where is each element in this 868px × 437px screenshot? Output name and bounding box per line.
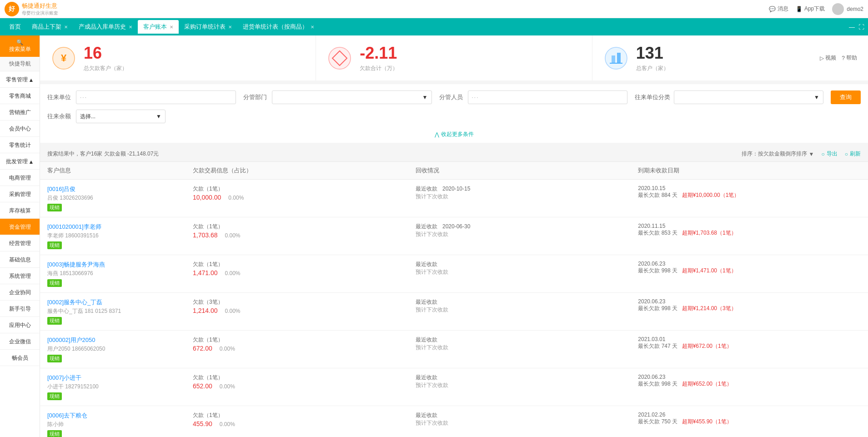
debt-count-1: 欠款（1笔）: [193, 223, 416, 231]
stat-value-total-debt: -2.11: [360, 44, 398, 63]
data-table: 客户信息 欠款交易信息（占比） 回收情况 到期未收款日期 [0016]吕俊 吕俊…: [40, 162, 868, 437]
sidebar-item-app-center-label: 应用中心: [9, 322, 31, 328]
query-button[interactable]: 查询: [831, 90, 861, 104]
minimize-button[interactable]: —: [849, 24, 855, 30]
unit-type-select[interactable]: ▼: [674, 90, 823, 104]
last-date-1: 2020-06-30: [442, 223, 470, 230]
stat-label-total-customers: 总客户（家）: [636, 65, 669, 72]
customer-contact-2: 海燕 18513066976: [47, 270, 193, 277]
debt-count-5: 欠款（1笔）: [193, 374, 416, 382]
sidebar-item-vip-label: 畅会员: [12, 355, 28, 361]
message-button[interactable]: 💬 消息: [769, 5, 788, 13]
tab-customer-account[interactable]: 客户账本 ✕: [138, 20, 179, 34]
refresh-button[interactable]: ○ 刷新: [845, 150, 861, 158]
balance-select[interactable]: 选择... ▼: [76, 110, 166, 123]
sidebar-quick-nav[interactable]: 快捷导航: [0, 57, 40, 71]
help-button[interactable]: ? 帮助: [842, 54, 857, 62]
sidebar-item-guide[interactable]: 新手引导: [0, 301, 40, 317]
sidebar-search[interactable]: 🔍 搜索菜单: [0, 35, 40, 57]
debt-ratio-4: 0.00%: [220, 346, 235, 352]
customer-tag-3: 现销: [47, 317, 62, 325]
sidebar: 🔍 搜索菜单 快捷导航 零售管理 ▲ 零售商城 营销推广 会员中心: [0, 35, 40, 437]
sort-selector[interactable]: 排序：按欠款金额倒序排序 ▼: [742, 150, 814, 158]
sidebar-item-basic-info[interactable]: 基础信息: [0, 251, 40, 268]
overdue-amount-0[interactable]: 超期¥10,000.00（1笔）: [682, 192, 740, 198]
customer-cell-3: [0002]服务中心_丁磊 服务中心_丁磊 181 0125 8371 现销: [47, 298, 193, 325]
recovery-cell-2: 最近收款 预计下次收款: [416, 261, 638, 287]
customer-name-4[interactable]: [000002]用户2050: [47, 336, 193, 344]
table-row: [0016]吕俊 吕俊 13026203696 现销 欠款（1笔） 10,000…: [40, 180, 868, 217]
tab-production[interactable]: 产成品入库单历史 ✕: [73, 20, 138, 34]
sidebar-item-system[interactable]: 系统管理: [0, 268, 40, 284]
sidebar-item-retail-stats[interactable]: 零售统计: [0, 137, 40, 153]
filter-manager: 分管人员 ···: [439, 90, 628, 104]
sidebar-item-wholesale-mgmt-label: 批发管理: [6, 158, 28, 166]
overdue-amount-4[interactable]: 超期¥672.00（1笔）: [682, 343, 732, 349]
sidebar-item-ecommerce-label: 电商管理: [9, 175, 31, 181]
last-collection-label-3: 最近收款: [416, 298, 638, 306]
manager-input[interactable]: ···: [468, 90, 628, 104]
sidebar-item-enterprise[interactable]: 企业协同: [0, 284, 40, 301]
customer-cell-6: [0006]去下粮仓 陈小帅 现销: [47, 412, 193, 437]
sidebar-item-operation[interactable]: 经营管理: [0, 235, 40, 251]
tab-production-close[interactable]: ✕: [129, 25, 132, 30]
recovery-cell-1: 最近收款 2020-06-30 预计下次收款: [416, 223, 638, 249]
debt-cell-5: 欠款（1笔） 652.00 0.00%: [193, 374, 416, 400]
tab-products-close[interactable]: ✕: [64, 25, 68, 30]
tab-purchase-order-close[interactable]: ✕: [228, 25, 232, 30]
app-download-button[interactable]: 📱 App下载: [796, 5, 825, 13]
sidebar-item-inventory[interactable]: 库存核算: [0, 202, 40, 219]
debt-cell-4: 欠款（1笔） 672.00 0.00%: [193, 336, 416, 362]
sidebar-item-corp-wechat[interactable]: 企业微信: [0, 333, 40, 350]
view-button[interactable]: ▷ 视频: [820, 54, 836, 62]
last-collection-label-4: 最近收款: [416, 336, 638, 344]
tab-customer-account-close[interactable]: ✕: [170, 25, 173, 30]
tab-home[interactable]: 首页: [4, 20, 26, 34]
customer-tag-6: 现销: [47, 430, 62, 437]
customer-name-3[interactable]: [0002]服务中心_丁磊: [47, 298, 193, 306]
col-debt-info: 欠款交易信息（占比）: [193, 166, 416, 175]
overdue-amount-5[interactable]: 超期¥652.00（1笔）: [682, 381, 732, 387]
sidebar-item-retail-mgmt[interactable]: 零售管理 ▲: [0, 71, 40, 88]
sidebar-item-member[interactable]: 会员中心: [0, 121, 40, 137]
sidebar-item-purchase-label: 采购管理: [9, 191, 31, 197]
dept-select[interactable]: ▼: [272, 90, 432, 104]
stat-label-total-debt: 欠款合计（万）: [360, 65, 398, 72]
sidebar-item-wholesale-mgmt[interactable]: 批发管理 ▲: [0, 153, 40, 170]
tab-purchase-order[interactable]: 采购订单统计表 ✕: [179, 20, 237, 34]
debt-amount-2: 1,471.00: [193, 269, 218, 276]
customer-tag-0: 现销: [47, 204, 62, 211]
sidebar-item-retail-mall[interactable]: 零售商城: [0, 88, 40, 104]
overdue-amount-1[interactable]: 超期¥1,703.68（1笔）: [682, 230, 737, 236]
collapse-label: 收起更多条件: [441, 131, 474, 138]
user-menu[interactable]: demo2: [832, 3, 863, 15]
export-button[interactable]: ○ 导出: [822, 150, 838, 158]
sidebar-item-marketing[interactable]: 营销推广: [0, 104, 40, 121]
overdue-amount-3[interactable]: 超期¥1,214.00（3笔）: [682, 305, 737, 311]
sidebar-item-vip[interactable]: 畅会员: [0, 350, 40, 366]
export-icon: ○: [822, 151, 825, 157]
source-unit-input[interactable]: ···: [76, 90, 236, 104]
sidebar-item-app-center[interactable]: 应用中心: [0, 317, 40, 333]
due-date-1: 2020.11.15: [638, 223, 861, 229]
customer-name-0[interactable]: [0016]吕俊: [47, 185, 193, 193]
sidebar-item-finance[interactable]: 资金管理: [0, 219, 40, 235]
customer-name-5[interactable]: [0007]小进干: [47, 374, 193, 382]
customer-name-2[interactable]: [0003]畅捷服务尹海燕: [47, 261, 193, 269]
collapse-button[interactable]: ⋀ 收起更多条件: [47, 129, 861, 140]
customer-name-6[interactable]: [0006]去下粮仓: [47, 412, 193, 420]
customer-contact-4: 用户2050 18665062050: [47, 345, 193, 353]
customer-name-1[interactable]: [0001020001]李老师: [47, 223, 193, 231]
tab-purchase-stats[interactable]: 进货单统计表（按商品） ✕: [237, 20, 320, 34]
sidebar-item-purchase[interactable]: 采购管理: [0, 186, 40, 202]
overdue-amount-2[interactable]: 超期¥1,471.00（1笔）: [682, 267, 737, 274]
tab-purchase-stats-close[interactable]: ✕: [311, 25, 314, 30]
overdue-amount-6[interactable]: 超期¥455.90（1笔）: [682, 418, 732, 425]
debt-cell-0: 欠款（1笔） 10,000.00 0.00%: [193, 185, 416, 211]
maximize-button[interactable]: ⛶: [858, 24, 864, 30]
last-collection-label-0: 最近收款 2020-10-15: [416, 185, 638, 193]
overdue-days-3: 最长欠款 998 天: [638, 305, 677, 311]
filter-row-2: 往来余额 选择... ▼: [47, 110, 861, 123]
sidebar-item-ecommerce[interactable]: 电商管理: [0, 170, 40, 186]
tab-products[interactable]: 商品上下架 ✕: [26, 20, 73, 34]
